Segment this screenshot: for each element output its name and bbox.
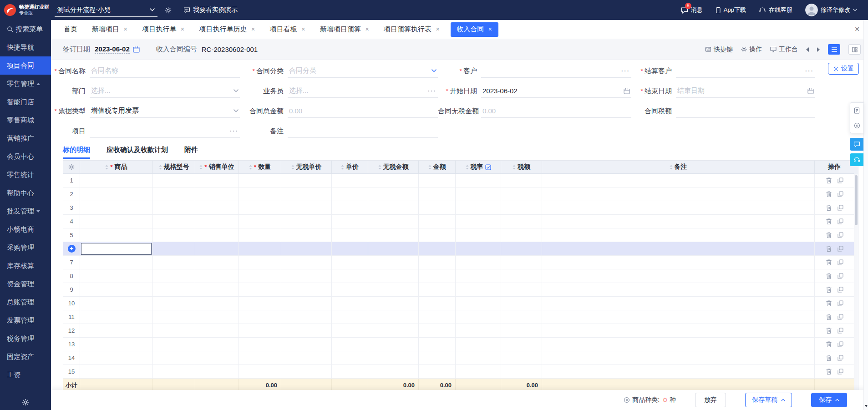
field-lookup-input[interactable]: 选择...··· (288, 84, 438, 98)
grid-cell[interactable] (80, 297, 153, 310)
chevron-down-icon[interactable] (431, 69, 437, 72)
grid-cell[interactable] (332, 174, 368, 187)
grid-cell[interactable] (80, 215, 153, 228)
column-header[interactable]: *销售单位 (195, 161, 239, 173)
delete-row-icon[interactable] (826, 177, 832, 184)
sidebar-item[interactable]: 会员中心 (0, 147, 51, 166)
grid-cell[interactable] (456, 201, 501, 214)
grid-cell[interactable] (195, 174, 239, 187)
grid-cell[interactable] (153, 256, 195, 269)
grid-cell[interactable] (456, 297, 501, 310)
grid-cell[interactable] (239, 187, 281, 201)
tab[interactable]: 项目执行单✕ (135, 20, 192, 39)
delete-row-icon[interactable] (826, 286, 832, 293)
shortcut-button[interactable]: 快捷键 (705, 46, 733, 54)
view-grid-toggle[interactable] (848, 44, 861, 55)
grid-cell[interactable] (281, 174, 332, 187)
sign-date-value[interactable]: 2023-06-02 (95, 45, 130, 54)
column-header[interactable]: 税额 (501, 161, 542, 173)
view-list-toggle[interactable] (828, 44, 840, 55)
field-text-input[interactable]: 0.00 (481, 104, 631, 118)
add-row-icon[interactable]: + (68, 245, 76, 253)
chevron-down-icon[interactable] (233, 89, 239, 92)
sidebar-item[interactable]: 总账管理 (0, 293, 51, 311)
grid-cell[interactable] (501, 324, 542, 337)
tab[interactable]: 新增项目预算✕ (313, 20, 376, 39)
grid-cell[interactable] (542, 351, 815, 364)
sidebar-settings-gear-icon[interactable] (0, 399, 51, 406)
grid-cell[interactable] (153, 351, 195, 364)
field-lookup-input[interactable]: ··· (90, 124, 240, 138)
grid-cell[interactable] (153, 242, 195, 255)
grid-cell[interactable] (239, 310, 281, 324)
grid-cell[interactable] (456, 242, 501, 255)
demo-link[interactable]: 我要看实例演示 (183, 6, 238, 14)
grid-cell[interactable] (80, 174, 153, 187)
grid-cell[interactable] (419, 338, 456, 351)
grid-cell[interactable] (80, 201, 153, 214)
grid-cell[interactable] (332, 365, 368, 378)
grid-cell[interactable] (542, 174, 815, 187)
column-header[interactable]: 税率 (456, 161, 501, 173)
column-header[interactable]: 无税单价 (281, 161, 332, 173)
grid-cell[interactable] (281, 283, 332, 296)
grid-cell[interactable] (419, 174, 456, 187)
sidebar-item[interactable]: 零售管理 (0, 75, 51, 93)
grid-cell[interactable] (542, 365, 815, 378)
grid-cell[interactable] (419, 242, 456, 255)
tab-close-icon[interactable]: ✕ (180, 26, 184, 32)
tab[interactable]: 项目执行单历史✕ (192, 20, 262, 39)
grid-cell[interactable] (281, 310, 332, 324)
delete-row-icon[interactable] (826, 273, 832, 279)
sidebar-item[interactable]: 营销推广 (0, 129, 51, 147)
table-row[interactable]: 15 (63, 365, 854, 379)
batch-edit-checkbox-icon[interactable] (485, 164, 491, 170)
grid-cell[interactable] (542, 338, 815, 351)
grid-cell[interactable] (501, 228, 542, 242)
grid-cell[interactable] (239, 365, 281, 378)
table-row[interactable]: + (63, 242, 854, 256)
grid-cell[interactable] (153, 187, 195, 201)
detail-tab[interactable]: 附件 (184, 146, 198, 159)
grid-cell[interactable] (239, 338, 281, 351)
detail-tab[interactable]: 应收确认及收款计划 (107, 146, 168, 159)
tab[interactable]: 首页 (56, 20, 85, 39)
sidebar-item[interactable]: 帮助中心 (0, 184, 51, 202)
grid-cell[interactable] (456, 228, 501, 242)
calendar-icon[interactable] (133, 46, 140, 53)
field-text-input[interactable]: 合同名称 (90, 64, 240, 78)
grid-cell[interactable] (195, 283, 239, 296)
grid-cell[interactable] (542, 283, 815, 296)
sidebar-item[interactable]: 快捷导航 (0, 38, 51, 56)
lookup-ellipsis-icon[interactable]: ··· (621, 68, 630, 74)
grid-cell[interactable] (281, 228, 332, 242)
save-draft-button[interactable]: 保存草稿 (745, 393, 792, 407)
delete-row-icon[interactable] (826, 314, 832, 320)
grid-cell[interactable] (195, 228, 239, 242)
grid-cell[interactable] (332, 310, 368, 324)
grid-cell[interactable] (501, 174, 542, 187)
grid-cell[interactable] (419, 187, 456, 201)
grid-cell[interactable] (195, 351, 239, 364)
grid-cell[interactable] (368, 297, 419, 310)
sidebar-item[interactable]: 智能门店 (0, 93, 51, 111)
prev-arrow-icon[interactable] (806, 47, 809, 52)
grid-cell[interactable] (501, 297, 542, 310)
field-select-input[interactable]: 选择... (90, 84, 240, 98)
grid-cell[interactable] (419, 351, 456, 364)
sidebar-item[interactable]: 项目合同 (0, 56, 51, 75)
grid-cell[interactable] (153, 174, 195, 187)
grid-cell[interactable] (368, 351, 419, 364)
column-header[interactable]: 无税金额 (368, 161, 419, 173)
field-text-input[interactable] (676, 104, 815, 118)
grid-cell[interactable] (501, 365, 542, 378)
table-row[interactable]: 12 (63, 324, 854, 338)
copy-row-icon[interactable] (838, 328, 843, 334)
grid-cell[interactable] (456, 324, 501, 337)
grid-cell[interactable] (80, 338, 153, 351)
grid-scrollbar[interactable] (854, 160, 858, 390)
grid-cell[interactable] (456, 215, 501, 228)
grid-cell[interactable] (368, 365, 419, 378)
grid-cell[interactable] (281, 269, 332, 283)
grid-cell[interactable] (501, 351, 542, 364)
